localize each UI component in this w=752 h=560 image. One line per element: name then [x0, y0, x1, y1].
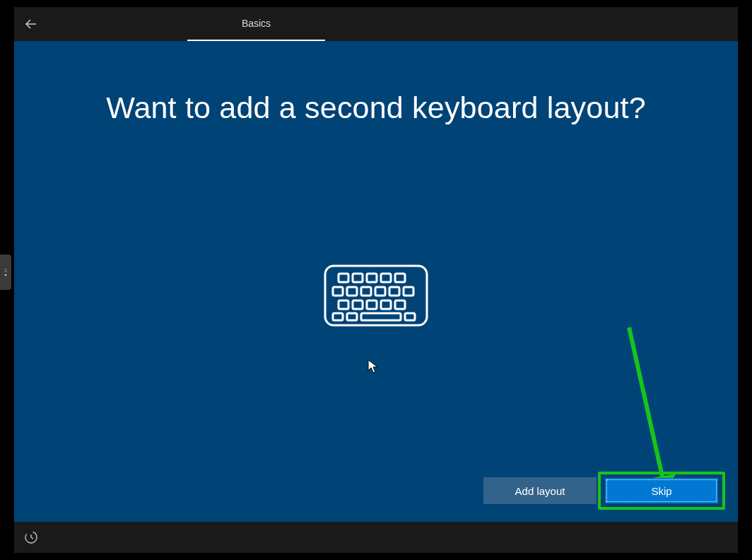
svg-point-2	[4, 271, 6, 272]
keyboard-illustration	[323, 264, 429, 330]
flyout-handle[interactable]	[0, 255, 11, 290]
main-panel: Want to add a second keyboard layout?	[14, 41, 738, 522]
svg-rect-22	[395, 301, 405, 309]
svg-rect-9	[367, 274, 377, 282]
back-arrow-icon	[24, 17, 38, 31]
page-heading: Want to add a second keyboard layout?	[14, 91, 738, 125]
add-layout-button[interactable]: Add layout	[483, 477, 597, 504]
svg-rect-8	[353, 274, 363, 282]
ease-of-access-icon	[24, 530, 38, 544]
add-layout-label: Add layout	[515, 485, 565, 497]
svg-rect-7	[339, 274, 348, 282]
tab-basics[interactable]: Basics	[187, 7, 325, 41]
svg-rect-26	[405, 313, 415, 320]
svg-rect-10	[381, 274, 391, 282]
svg-rect-23	[333, 313, 343, 320]
svg-point-3	[6, 271, 7, 272]
svg-rect-18	[339, 301, 348, 309]
svg-rect-24	[347, 313, 357, 320]
top-bar: Basics	[14, 7, 738, 41]
svg-rect-12	[333, 287, 343, 296]
svg-rect-13	[347, 287, 357, 296]
svg-rect-15	[375, 287, 385, 296]
skip-label: Skip	[651, 485, 671, 497]
tab-basics-label: Basics	[242, 18, 271, 29]
svg-point-1	[6, 269, 7, 270]
back-button[interactable]	[21, 14, 41, 34]
svg-rect-19	[353, 301, 363, 309]
skip-button[interactable]: Skip	[605, 478, 718, 503]
flyout-handle-icon	[4, 268, 8, 276]
keyboard-icon	[323, 264, 429, 327]
svg-line-27	[629, 327, 663, 479]
svg-rect-25	[361, 313, 401, 320]
svg-rect-16	[389, 287, 399, 296]
svg-point-0	[4, 269, 6, 270]
annotation-highlight: Skip	[598, 472, 725, 510]
svg-rect-11	[395, 274, 405, 282]
ease-of-access-button[interactable]	[24, 530, 38, 544]
svg-marker-4	[4, 274, 7, 276]
bottom-bar	[14, 522, 738, 553]
oobe-window: Basics Want to add a second keyboard lay…	[14, 7, 738, 553]
svg-rect-20	[367, 301, 377, 309]
mouse-cursor-icon	[368, 359, 379, 376]
svg-rect-17	[404, 287, 413, 296]
svg-rect-21	[381, 301, 391, 309]
svg-rect-14	[361, 287, 371, 296]
